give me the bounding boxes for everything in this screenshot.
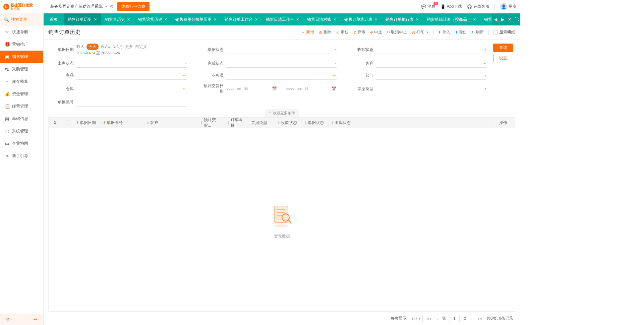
tab-0[interactable]: 销售订单历史✕ bbox=[64, 13, 101, 25]
close-icon[interactable]: ✕ bbox=[255, 17, 258, 22]
tab-4[interactable]: 销售订单工作台✕ bbox=[221, 13, 262, 25]
experience-button[interactable]: 体验行业方案 bbox=[117, 2, 150, 11]
close-icon[interactable]: ✕ bbox=[473, 17, 476, 22]
sidebar-item-8[interactable]: ◌系统管理 bbox=[0, 125, 43, 137]
system-selector[interactable]: 装备及固定资产辅助管理系统 ▾ ⚙ bbox=[50, 4, 114, 9]
checkbox-icon[interactable] bbox=[66, 121, 70, 125]
more-icon[interactable]: ⋯ bbox=[183, 73, 187, 78]
tab-home[interactable]: 首页 bbox=[44, 13, 64, 25]
doc-num-input[interactable] bbox=[76, 98, 187, 107]
sidebar-item-5[interactable]: 💰资金管理 bbox=[0, 88, 43, 100]
deliver-date-to[interactable]: yyyy-mm-dd📅 bbox=[286, 84, 337, 93]
date-tab-1[interactable]: 今天 bbox=[86, 44, 99, 50]
sidebar-item-0[interactable]: ☆快捷导航 bbox=[0, 26, 43, 38]
sidebar-item-1[interactable]: 🎁营销推广 bbox=[0, 38, 43, 51]
close-icon[interactable]: ✕ bbox=[94, 17, 97, 22]
date-tab-0[interactable]: 昨天 bbox=[76, 44, 84, 50]
checkbox-icon[interactable] bbox=[493, 30, 498, 35]
close-icon[interactable]: ✕ bbox=[296, 17, 299, 22]
abandon-button[interactable]: ⊘弃审 bbox=[353, 29, 365, 35]
page-prev[interactable]: ‹ bbox=[435, 316, 439, 321]
ticket-type-select[interactable]: ▾ bbox=[376, 84, 486, 93]
date-tab-4[interactable]: 更多 bbox=[125, 44, 133, 50]
more-icon[interactable]: ⋯ bbox=[482, 61, 486, 66]
tabs-scroll-left[interactable]: ◀ bbox=[492, 13, 499, 25]
tabs-fullscreen[interactable]: ⛶ bbox=[513, 13, 520, 25]
tab-5[interactable]: 钱货日清工作台✕ bbox=[262, 13, 303, 25]
date-tab-2[interactable]: 近7天 bbox=[101, 44, 111, 50]
cancel-suspend-button[interactable]: ↻取消中止 bbox=[387, 29, 407, 35]
tab-2[interactable]: 销货退货历史✕ bbox=[134, 13, 171, 25]
close-icon[interactable]: ✕ bbox=[164, 17, 167, 22]
page-input[interactable] bbox=[450, 315, 460, 322]
biz-person-input[interactable]: ⋯ bbox=[226, 71, 337, 80]
col-pay-status[interactable]: ▴▾收款状态 bbox=[275, 118, 302, 128]
table-settings[interactable]: ⚙ bbox=[49, 118, 62, 128]
customer-input[interactable]: ⋯ bbox=[376, 59, 486, 68]
page-size-select[interactable]: 50 ▾ bbox=[410, 315, 423, 322]
col-deliver[interactable]: ▴▾预计交货... bbox=[198, 118, 225, 128]
sidebar-item-7[interactable]: ▤基础信息 bbox=[0, 113, 43, 125]
close-icon[interactable]: ✕ bbox=[214, 17, 217, 22]
out-status-select[interactable]: ▾ bbox=[76, 59, 187, 68]
message-link[interactable]: 💬 消息 6 bbox=[421, 4, 435, 9]
collapse-sidebar-icon[interactable]: ⇤ bbox=[34, 317, 37, 322]
tabs-scroll-right[interactable]: ▶ bbox=[499, 13, 506, 25]
close-icon[interactable]: ✕ bbox=[416, 17, 419, 22]
setting-button[interactable]: 设置 bbox=[493, 54, 513, 62]
deliver-date-from[interactable]: yyyy-mm-dd📅 bbox=[226, 84, 277, 93]
import-button[interactable]: ⬇导入 bbox=[438, 29, 450, 35]
search-button[interactable]: 查询 bbox=[493, 44, 513, 52]
refresh-button[interactable]: ↻刷新 bbox=[472, 29, 484, 35]
col-amount[interactable]: ▴▾订单金额 bbox=[225, 118, 248, 128]
suspend-button[interactable]: ⊘中止 bbox=[370, 29, 382, 35]
sidebar-item-4[interactable]: ⌂库存核算 bbox=[0, 75, 43, 88]
col-doc-status[interactable]: ▴▾单据状态 bbox=[302, 118, 329, 128]
sidebar-item-6[interactable]: 📋经营管理 bbox=[0, 100, 43, 113]
online-service-link[interactable]: 🎧 在线客服 bbox=[467, 4, 489, 9]
close-icon[interactable]: ✕ bbox=[374, 17, 377, 22]
show-detail-toggle[interactable]: 显示明细 bbox=[493, 29, 515, 35]
col-out-status[interactable]: ▴▾出库状态 bbox=[329, 118, 491, 128]
tab-8[interactable]: 销售订单执行表✕ bbox=[382, 13, 423, 25]
complete-status-select[interactable]: ▾ bbox=[226, 59, 337, 68]
col-ticket[interactable]: 票据类型 bbox=[248, 118, 275, 128]
dept-select[interactable]: ▾ bbox=[376, 71, 486, 80]
warehouse-input[interactable]: ⋯ bbox=[76, 84, 187, 93]
tab-6[interactable]: 钱货日清对账✕ bbox=[303, 13, 340, 25]
export-button[interactable]: ⬆导出 bbox=[455, 29, 467, 35]
audit-button[interactable]: ☑审核 bbox=[336, 29, 349, 35]
doc-status-select[interactable]: ▾ bbox=[226, 45, 337, 54]
user-menu[interactable]: 👤 用友 bbox=[500, 3, 517, 10]
more-icon[interactable]: ⋯ bbox=[183, 86, 187, 91]
add-button[interactable]: ＋新增 bbox=[301, 29, 314, 35]
delete-button[interactable]: 🗑删除 bbox=[319, 29, 332, 35]
tab-7[interactable]: 销售订单统计表✕ bbox=[340, 13, 382, 25]
select-all[interactable] bbox=[62, 118, 74, 128]
more-icon[interactable]: ⋯ bbox=[333, 73, 337, 78]
tab-9[interactable]: 销货单统计表（按商品）✕ bbox=[423, 13, 480, 25]
sidebar-item-9[interactable]: ▭企业协同 bbox=[0, 137, 43, 150]
tab-1[interactable]: 销货单历史✕ bbox=[101, 13, 134, 25]
close-icon[interactable]: ✕ bbox=[127, 17, 130, 22]
collapse-filters[interactable]: ⌃ 收起更多条件 bbox=[265, 109, 299, 117]
page-first[interactable]: ⏮ bbox=[426, 316, 432, 321]
tab-3[interactable]: 销售费用分摊单历史✕ bbox=[171, 13, 221, 25]
sidebar-item-3[interactable]: 🛍采购管理 bbox=[0, 63, 43, 75]
tabs-close-all[interactable]: ✕ bbox=[506, 13, 513, 25]
sidebar-search[interactable]: 🔍 搜索菜单 bbox=[0, 13, 43, 26]
app-download-link[interactable]: 📱 App下载 bbox=[441, 4, 462, 9]
gear-icon[interactable]: ⚙ bbox=[110, 4, 114, 9]
col-num[interactable]: ▴▾单据编号 bbox=[101, 118, 144, 128]
tab-10[interactable]: 销货单统计✕ bbox=[480, 13, 492, 25]
settings-icon[interactable]: ⚙ bbox=[6, 317, 10, 322]
date-tab-5[interactable]: 自定义 bbox=[135, 44, 147, 50]
date-tab-3[interactable]: 近1月 bbox=[113, 44, 123, 50]
col-customer[interactable]: ▴▾客户 bbox=[144, 118, 198, 128]
sidebar-item-10[interactable]: ⊳新手引导 bbox=[0, 150, 43, 162]
pay-status-select[interactable]: ▾ bbox=[376, 45, 486, 54]
page-next[interactable]: › bbox=[470, 316, 474, 321]
col-date[interactable]: ▴▾单据日期 bbox=[74, 118, 101, 128]
print-button[interactable]: 🖨打印▾ bbox=[412, 29, 428, 35]
page-last[interactable]: ⏭ bbox=[477, 316, 483, 321]
